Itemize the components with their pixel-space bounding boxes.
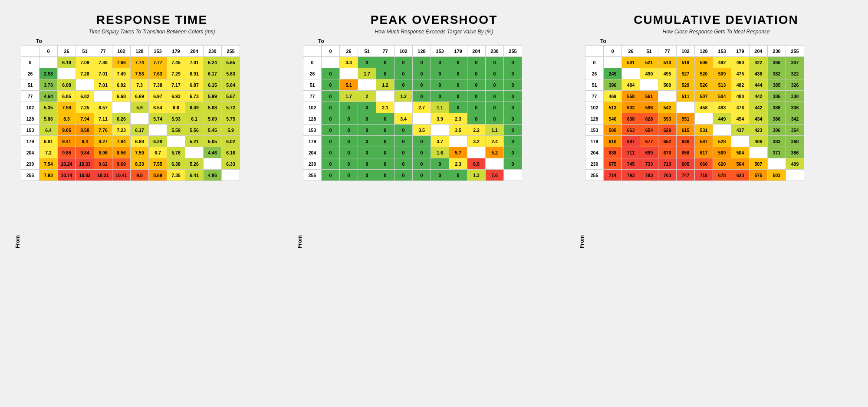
matrix-cell: 0 [504,91,522,102]
matrix-cell: 383 [768,136,786,147]
matrix-cell: 7.54 [39,158,58,170]
matrix-cell: 480 [731,91,750,102]
matrix-cell: 0 [467,79,486,91]
matrix-cell: 475 [731,68,750,79]
matrix-cell: 575 [750,170,768,181]
matrix-container: FromTo026517710212815317920423025503.300… [295,38,573,407]
row-header: 51 [585,79,604,91]
matrix-cell: 630 [677,136,695,147]
table-row: 262.537.287.017.497.537.637.296.916.175.… [21,68,240,79]
row-header: 128 [303,113,322,125]
matrix-cell [449,136,467,147]
matrix-cell: 1.2 [376,79,395,91]
to-axis-label: To [600,38,606,44]
matrix-cell: 507 [695,91,713,102]
matrix-cell: 652 [658,136,677,147]
matrix-cell: 0 [504,147,522,158]
row-header: 204 [303,147,322,158]
matrix-cell [204,158,222,170]
row-header: 153 [21,125,39,136]
matrix-cell: 6.17 [131,125,149,136]
table-row: 102513602596542458493476442386336 [585,102,804,113]
matrix-cell: 0 [395,125,413,136]
matrix-cell: 484 [622,79,640,91]
matrix-cell: 0 [322,147,340,158]
matrix-cell: 5.21 [185,136,204,147]
table-row: 513.736.087.016.927.37.387.176.876.155.6… [21,79,240,91]
matrix-cell: 6.9 [467,158,486,170]
matrix-cell [786,170,804,181]
matrix-cell: 3.7 [431,136,449,147]
matrix-cell: 0 [413,170,431,181]
matrix-cell: 7.53 [131,68,149,79]
matrix-cell: 6.93 [167,91,185,102]
row-header: 26 [303,68,322,79]
matrix-cell: 6.54 [149,102,167,113]
matrix-cell: 0 [486,68,504,79]
matrix-cell: 0 [322,113,340,125]
matrix-cell: 7.36 [94,57,112,68]
matrix-cell: 2.4 [486,136,504,147]
column-header: 153 [713,46,731,57]
section-subtitle: How Close Response Gets To Ideal Respons… [577,29,855,35]
matrix-cell: 0 [340,147,358,158]
matrix-cell: 6.08 [58,79,76,91]
column-header: 26 [58,46,76,57]
matrix-cell: 519 [677,57,695,68]
matrix-cell: 2.3 [449,158,467,170]
matrix-cell: 3.2 [467,136,486,147]
matrix-cell: 434 [750,113,768,125]
matrix-cell: 9.8 [131,170,149,181]
matrix-cell [149,125,167,136]
matrix-cell: 482 [731,79,750,91]
matrix-cell: 7.2 [39,147,58,158]
matrix-cell [395,102,413,113]
matrix-cell: 0 [340,102,358,113]
matrix-cell: 506 [695,57,713,68]
matrix-cell: 492 [713,57,731,68]
matrix-cell: 656 [677,147,695,158]
matrix-wrapper: To02651771021281531792042302550501521510… [585,38,804,181]
matrix-cell: 628 [640,113,658,125]
matrix-cell: 6.91 [185,68,204,79]
table-row: 204638711699676656617569504371386 [585,147,804,158]
matrix-cell: 0 [358,158,376,170]
matrix-cell: 520 [695,68,713,79]
matrix-cell: 8.33 [131,158,149,170]
matrix-cell: 1.1 [486,125,504,136]
matrix-cell [504,170,522,181]
matrix-cell: 6.68 [112,91,131,102]
row-header: 0 [21,57,39,68]
matrix-cell: 8.3 [58,113,76,125]
table-row: 51396484500529526513482444385326 [585,79,804,91]
matrix-cell: 442 [750,102,768,113]
matrix-cell: 623 [731,170,750,181]
matrix-cell: 0 [431,68,449,79]
matrix-cell: 0 [376,125,395,136]
matrix-cell: 0 [395,136,413,147]
matrix-cell: 617 [695,147,713,158]
matrix-cell: 0 [431,79,449,91]
table-row: 12800003.43.92.3000 [303,113,522,125]
matrix-cell: 0 [322,158,340,170]
matrix-cell: 454 [731,113,750,125]
matrix-cell: 382 [768,68,786,79]
matrix-cell: 629 [658,125,677,136]
matrix-cell: 2.2 [467,125,486,136]
data-matrix: 026517710212815317920423025506.197.097.3… [21,45,240,181]
matrix-cell: 2.53 [39,68,58,79]
matrix-cell: 7.28 [76,68,94,79]
matrix-cell: 3.9 [431,113,449,125]
table-row: 774.646.856.826.686.696.976.936.735.995.… [21,91,240,102]
matrix-cell: 0 [467,91,486,102]
matrix-cell: 7.17 [167,79,185,91]
row-header: 102 [21,102,39,113]
matrix-cell: 245 [604,68,622,79]
matrix-cell: 713 [658,158,677,170]
matrix-cell: 2.1 [376,102,395,113]
matrix-cell: 675 [604,158,622,170]
matrix-cell: 7.63 [149,68,167,79]
matrix-cell: 422 [750,57,768,68]
to-axis-label: To [318,38,324,44]
column-header: 255 [504,46,522,57]
